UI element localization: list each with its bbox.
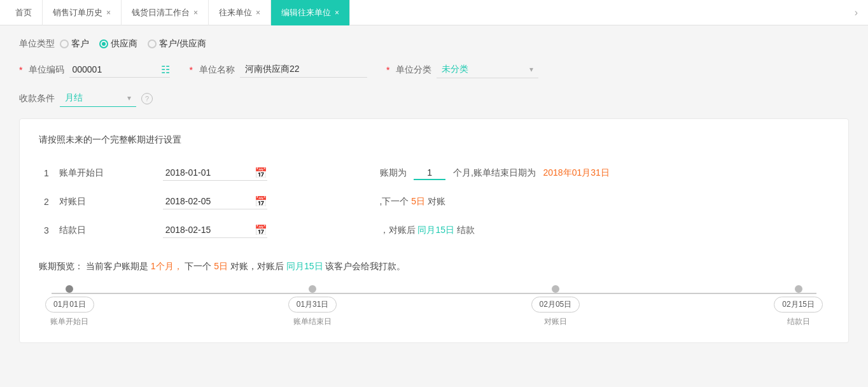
- tab-cash-work-close[interactable]: ×: [193, 8, 198, 17]
- step-1-row: 1 账单开始日 📅 账期为 个月,账单结束日期为: [39, 158, 829, 187]
- timeline-container: 01月01日 账单开始日 01月31日 账单结束日 02月05日 对账日 02月…: [39, 285, 829, 327]
- step-1-end-date: 2018年01月31日: [543, 167, 609, 178]
- step-1-date-wrapper: 📅: [163, 165, 267, 181]
- tl-badge-0: 01月01日: [45, 297, 94, 313]
- tl-dot-2: [552, 285, 559, 293]
- radio-customer-circle: [60, 39, 69, 48]
- tab-edit-partner[interactable]: 编辑往来单位 ×: [271, 0, 350, 25]
- step-1-period-prefix: 账期为: [380, 167, 407, 178]
- unit-info-row: * 单位编码 ☷ * 单位名称 * 单位分类 未分类 ▾: [19, 61, 849, 78]
- tl-label-1: 账单结束日: [293, 316, 332, 327]
- radio-supplier-circle: [99, 39, 108, 48]
- card-instruction: 请按照未来的一个完整帐期进行设置: [39, 134, 829, 146]
- unit-category-select[interactable]: 未分类 ▾: [437, 61, 538, 78]
- tab-sales-history[interactable]: 销售订单历史 ×: [43, 0, 122, 25]
- step-2-calendar-icon[interactable]: 📅: [255, 195, 267, 208]
- tab-edit-partner-label: 编辑往来单位: [281, 7, 331, 18]
- unit-code-group: * 单位编码 ☷: [19, 62, 170, 78]
- unit-code-icon[interactable]: ☷: [161, 64, 170, 76]
- preview-text3: 对账，对账后: [230, 261, 284, 271]
- unit-name-star: *: [189, 65, 192, 75]
- unit-category-label: 单位分类: [396, 64, 431, 76]
- tab-cash-work[interactable]: 钱货日清工作台 ×: [122, 0, 209, 25]
- step-3-date-cell: 📅: [158, 216, 375, 244]
- unit-type-row: 单位类型 客户 供应商 客户/供应商: [19, 38, 849, 50]
- unit-category-group: * 单位分类 未分类 ▾: [386, 61, 538, 78]
- preview-text1: 当前客户账期是: [86, 261, 148, 271]
- tabs-more-arrow[interactable]: ›: [850, 7, 863, 18]
- unit-code-input-wrapper: ☷: [69, 62, 170, 78]
- unit-category-value: 未分类: [442, 64, 527, 75]
- unit-code-star: *: [19, 65, 22, 75]
- step-3-label: 结款日: [54, 216, 158, 244]
- tab-sales-history-close[interactable]: ×: [106, 8, 111, 17]
- timeline-items: 01月01日 账单开始日 01月31日 账单结束日 02月05日 对账日 02月…: [45, 285, 823, 327]
- preview-label: 账期预览：: [39, 261, 83, 271]
- step-3-prefix: ，对账后: [380, 225, 416, 235]
- step-1-num: 1: [39, 158, 54, 187]
- payment-condition-group: 收款条件 月结 ▾ ?: [19, 90, 153, 107]
- tl-label-3: 结款日: [787, 316, 810, 327]
- step-1-label: 账单开始日: [54, 158, 158, 187]
- step-2-label: 对账日: [54, 187, 158, 216]
- tab-sales-history-label: 销售订单历史: [53, 7, 102, 18]
- unit-name-group: * 单位名称: [189, 62, 367, 78]
- step-3-highlight: 同月15日: [417, 225, 454, 235]
- tl-item-2: 02月05日 对账日: [531, 285, 580, 327]
- step-1-period-suffix: 个月,账单结束日期为: [453, 167, 536, 178]
- step-2-num: 2: [39, 187, 54, 216]
- unit-type-group: 单位类型 客户 供应商 客户/供应商: [19, 38, 206, 50]
- radio-cs-circle: [148, 39, 157, 48]
- unit-name-label: 单位名称: [199, 64, 235, 76]
- step-3-num: 3: [39, 216, 54, 244]
- step-2-date-cell: 📅: [158, 187, 375, 216]
- step-2-row: 2 对账日 📅 ,下一个 5日 对账: [39, 187, 829, 216]
- preview-text4: 该客户会给我打款。: [325, 261, 405, 271]
- tl-dot-3: [795, 285, 802, 293]
- payment-condition-select[interactable]: 月结 ▾: [60, 90, 136, 107]
- radio-cs-label: 客户/供应商: [159, 38, 206, 50]
- page-content: 单位类型 客户 供应商 客户/供应商 * 单位编码: [0, 25, 868, 387]
- radio-customer-supplier[interactable]: 客户/供应商: [148, 38, 206, 50]
- tabs-bar: 首页 销售订单历史 × 钱货日清工作台 × 往来单位 × 编辑往来单位 × ›: [0, 0, 868, 25]
- unit-code-input[interactable]: [69, 62, 158, 77]
- radio-customer-label: 客户: [71, 38, 89, 50]
- preview-text2: 下一个: [185, 261, 211, 271]
- tl-item-0: 01月01日 账单开始日: [45, 285, 94, 327]
- step-2-date-input[interactable]: [163, 194, 252, 209]
- step-3-calendar-icon[interactable]: 📅: [255, 224, 267, 236]
- step-1-period-num-input[interactable]: [414, 166, 445, 180]
- tl-label-2: 对账日: [544, 316, 567, 327]
- billing-period-card: 请按照未来的一个完整帐期进行设置 1 账单开始日 📅 账期为: [19, 118, 849, 343]
- tab-partner-list[interactable]: 往来单位 ×: [209, 0, 271, 25]
- step-3-date-input[interactable]: [163, 222, 252, 237]
- step-2-prefix: ,下一个: [380, 196, 409, 206]
- tl-item-1: 01月31日 账单结束日: [288, 285, 337, 327]
- radio-supplier[interactable]: 供应商: [99, 38, 137, 50]
- unit-name-input[interactable]: [240, 62, 367, 78]
- tl-dot-1: [309, 285, 316, 293]
- payment-condition-label: 收款条件: [19, 93, 55, 104]
- tl-badge-2: 02月05日: [531, 297, 580, 313]
- payment-condition-dropdown-icon: ▾: [127, 94, 131, 102]
- payment-condition-help-icon[interactable]: ?: [141, 93, 153, 104]
- tab-home[interactable]: 首页: [5, 0, 43, 25]
- radio-supplier-label: 供应商: [111, 38, 137, 50]
- step-2-highlight: 5日: [411, 196, 425, 206]
- tl-badge-3: 02月15日: [774, 297, 823, 313]
- step-1-date-input[interactable]: [163, 165, 252, 180]
- tl-label-0: 账单开始日: [50, 316, 88, 327]
- tab-partner-list-close[interactable]: ×: [256, 8, 260, 17]
- step-3-row: 3 结款日 📅 ，对账后 同月15日 结款: [39, 216, 829, 244]
- unit-category-dropdown-icon: ▾: [529, 65, 533, 74]
- radio-customer[interactable]: 客户: [60, 38, 89, 50]
- tab-edit-partner-close[interactable]: ×: [335, 8, 339, 17]
- step-3-suffix: 结款: [457, 225, 475, 235]
- step-2-date-wrapper: 📅: [163, 194, 267, 209]
- tab-cash-work-label: 钱货日清工作台: [132, 7, 190, 18]
- step-1-calendar-icon[interactable]: 📅: [255, 167, 267, 179]
- preview-h3: 同月15日: [286, 261, 323, 271]
- unit-code-label: 单位编码: [29, 64, 64, 76]
- preview-text-row: 账期预览： 当前客户账期是 1个月， 下一个 5日 对账，对账后 同月15日 该…: [39, 255, 829, 272]
- tl-badge-1: 01月31日: [288, 297, 337, 313]
